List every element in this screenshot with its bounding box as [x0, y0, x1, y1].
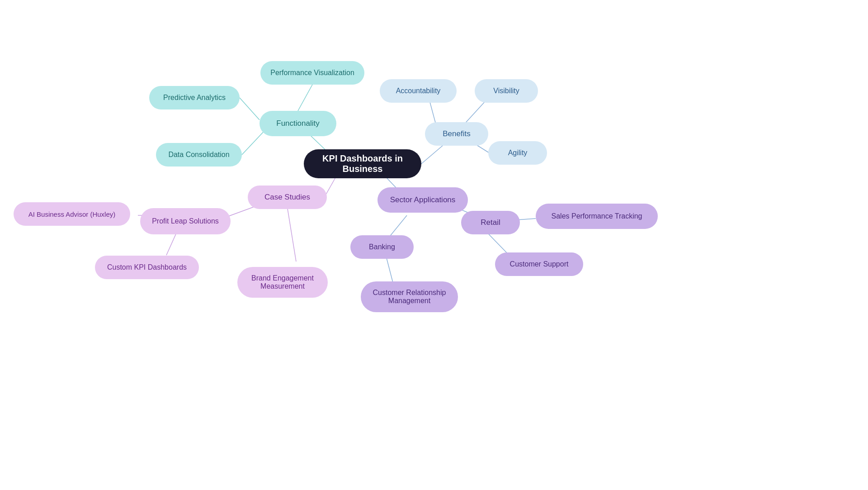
sector-applications-node[interactable]: Sector Applications — [377, 187, 468, 213]
center-node[interactable]: KPI Dashboards in Business — [304, 149, 421, 178]
profit-leap-node[interactable]: Profit Leap Solutions — [140, 208, 231, 234]
case-studies-node[interactable]: Case Studies — [248, 186, 327, 209]
predictive-analytics-node[interactable]: Predictive Analytics — [149, 86, 240, 109]
brand-engagement-node[interactable]: Brand Engagement Measurement — [237, 267, 328, 298]
svg-line-1 — [298, 85, 312, 111]
sales-performance-node[interactable]: Sales Performance Tracking — [536, 204, 658, 229]
benefits-node[interactable]: Benefits — [425, 122, 488, 146]
crm-node[interactable]: Customer Relationship Management — [361, 281, 458, 312]
custom-kpi-node[interactable]: Custom KPI Dashboards — [95, 256, 199, 279]
retail-node[interactable]: Retail — [461, 211, 520, 234]
data-consolidation-node[interactable]: Data Consolidation — [156, 143, 242, 167]
banking-node[interactable]: Banking — [350, 235, 414, 259]
functionality-node[interactable]: Functionality — [259, 111, 336, 136]
visibility-node[interactable]: Visibility — [475, 79, 538, 103]
svg-line-12 — [287, 206, 296, 262]
ai-advisor-node[interactable]: AI Business Advisor (Huxley) — [14, 202, 130, 226]
svg-line-2 — [240, 98, 259, 120]
customer-support-node[interactable]: Customer Support — [495, 252, 583, 276]
accountability-node[interactable]: Accountability — [380, 79, 457, 103]
svg-line-14 — [389, 215, 407, 238]
performance-visualization-node[interactable]: Performance Visualization — [260, 61, 364, 85]
agility-node[interactable]: Agility — [488, 141, 547, 165]
